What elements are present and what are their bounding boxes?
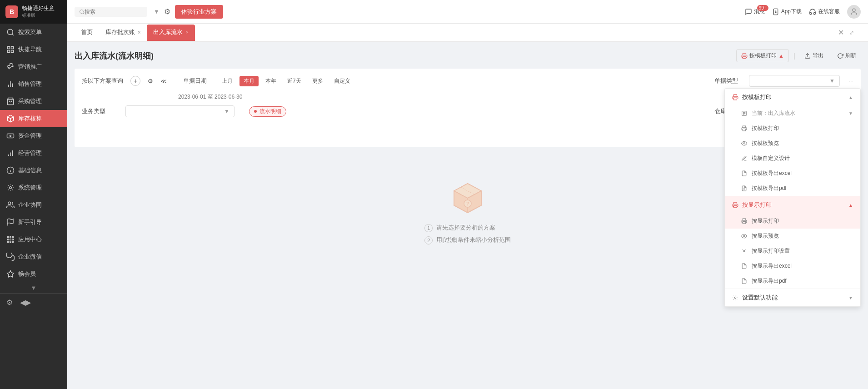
template-preview-item[interactable]: 按模板预览 bbox=[725, 136, 860, 151]
doc-type-select[interactable]: ▼ bbox=[749, 75, 840, 87]
user-avatar[interactable] bbox=[847, 5, 861, 19]
topbar-gear-icon[interactable]: ⚙ bbox=[164, 7, 170, 16]
separator: | bbox=[793, 52, 795, 60]
sidebar-item-sales[interactable]: 销售管理 bbox=[0, 75, 67, 93]
tab-batch-account[interactable]: 库存批次账 × bbox=[99, 25, 147, 41]
search-input[interactable] bbox=[85, 9, 130, 15]
display-preview-item[interactable]: 按显示预览 bbox=[725, 229, 860, 244]
template-customize-label: 模板自定义设计 bbox=[752, 155, 790, 162]
sidebar-bottom: ⚙ ◀▶ bbox=[0, 293, 67, 311]
sidebar-item-app-center[interactable]: 应用中心 bbox=[0, 231, 67, 248]
template-print-header[interactable]: 按模板打印 ▲ bbox=[725, 89, 860, 106]
template-export-excel-label: 按模板导出excel bbox=[752, 170, 792, 177]
display-print-header-label: 按显示打印 bbox=[742, 201, 772, 209]
svg-text:?: ? bbox=[466, 201, 469, 206]
template-export-pdf-item[interactable]: 按模板导出pdf bbox=[725, 181, 860, 196]
apps-icon bbox=[6, 235, 15, 244]
svg-point-48 bbox=[743, 235, 745, 237]
svg-line-1 bbox=[12, 34, 13, 35]
sidebar-item-wechat[interactable]: 企业微信 bbox=[0, 248, 67, 265]
business-type-select[interactable]: ▼ bbox=[125, 105, 234, 117]
date-btn-current-month[interactable]: 本月 bbox=[239, 76, 259, 86]
topbar-search[interactable] bbox=[75, 7, 147, 17]
template-export-excel-item[interactable]: 按模板导出excel bbox=[725, 166, 860, 181]
sidebar-item-finance[interactable]: 资金管理 bbox=[0, 127, 67, 145]
sidebar-item-collab[interactable]: 企业协同 bbox=[0, 196, 67, 214]
messages-btn[interactable]: 消息 99+ bbox=[745, 8, 765, 15]
users-icon bbox=[6, 201, 15, 209]
filter-collapse-icon[interactable]: ≪ bbox=[160, 78, 167, 85]
expand-window-icon[interactable]: ⤢ bbox=[848, 29, 855, 36]
date-btn-last-month[interactable]: 上月 bbox=[218, 76, 237, 86]
empty-illustration: ? bbox=[449, 180, 486, 216]
display-print-header[interactable]: 按显示打印 ▲ bbox=[725, 196, 860, 214]
date-btn-custom[interactable]: 自定义 bbox=[330, 76, 354, 86]
close-window-icon[interactable]: ✕ bbox=[837, 29, 844, 36]
step1-text: 请先选择要分析的方案 bbox=[436, 224, 495, 232]
sidebar-item-system[interactable]: 系统管理 bbox=[0, 179, 67, 196]
svg-point-23 bbox=[10, 236, 11, 238]
display-print-item[interactable]: 按显示打印 bbox=[725, 214, 860, 229]
scroll-down-arrow[interactable]: ▼ bbox=[31, 284, 37, 291]
sidebar-item-search[interactable]: 搜索菜单 bbox=[0, 24, 67, 41]
doc-type-more[interactable]: ··· bbox=[849, 78, 853, 84]
sidebar-item-label: 新手引导 bbox=[18, 218, 42, 226]
customize-icon bbox=[741, 155, 747, 161]
svg-point-27 bbox=[12, 239, 14, 240]
svg-point-12 bbox=[10, 135, 11, 137]
sidebar-item-basic[interactable]: 基础信息 bbox=[0, 162, 67, 179]
display-export-excel-item[interactable]: 按显示导出excel bbox=[725, 259, 860, 274]
app-download-btn[interactable]: App下载 bbox=[772, 8, 802, 15]
template-print-item[interactable]: 按模板打印 bbox=[725, 121, 860, 136]
tab-batch-account-close[interactable]: × bbox=[138, 30, 140, 35]
refresh-btn[interactable]: 刷新 bbox=[833, 50, 861, 62]
sidebar-item-marketing[interactable]: 营销推广 bbox=[0, 58, 67, 75]
svg-point-0 bbox=[7, 29, 13, 35]
svg-point-30 bbox=[12, 241, 14, 243]
sidebar-item-member[interactable]: 畅会员 bbox=[0, 265, 67, 283]
online-service-btn[interactable]: 在线客服 bbox=[809, 8, 840, 15]
default-settings-section: 设置默认功能 ▼ bbox=[725, 289, 860, 306]
industry-btn[interactable]: 体验行业方案 bbox=[175, 5, 223, 19]
display-export-pdf-item[interactable]: 按显示导出pdf bbox=[725, 274, 860, 289]
print-sub-icon bbox=[741, 125, 747, 131]
sidebar-item-label: 系统管理 bbox=[18, 184, 42, 192]
template-print-item-label: 按模板打印 bbox=[752, 125, 779, 132]
chart-icon bbox=[6, 80, 15, 88]
template-customize-item[interactable]: 模板自定义设计 bbox=[725, 151, 860, 166]
tabbar: 首页 库存批次账 × 出入库流水 × ✕ ⤢ bbox=[67, 24, 868, 42]
business-type-chevron: ▼ bbox=[224, 108, 229, 115]
tab-home-label: 首页 bbox=[81, 28, 93, 36]
sidebar-item-operations[interactable]: 经营管理 bbox=[0, 145, 67, 162]
tab-flow[interactable]: 出入库流水 × bbox=[147, 25, 195, 41]
svg-rect-4 bbox=[7, 50, 10, 53]
display-print-settings-item[interactable]: 按显示打印设置 bbox=[725, 244, 860, 259]
search-chevron-icon[interactable]: ▼ bbox=[154, 8, 160, 15]
print-btn[interactable]: 按模板打印 ▲ bbox=[736, 49, 789, 62]
date-btn-current-year[interactable]: 本年 bbox=[261, 76, 280, 86]
tab-home[interactable]: 首页 bbox=[75, 25, 99, 41]
export-btn[interactable]: 导出 bbox=[800, 50, 828, 62]
default-settings-header[interactable]: 设置默认功能 ▼ bbox=[725, 289, 860, 306]
date-btn-more[interactable]: 更多 bbox=[308, 76, 327, 86]
display-settings-icon bbox=[741, 248, 747, 254]
tab-flow-close[interactable]: × bbox=[185, 30, 188, 35]
filter-settings-icon[interactable]: ⚙ bbox=[148, 78, 153, 85]
sidebar-item-guide[interactable]: 新手引导 bbox=[0, 214, 67, 231]
current-template-item[interactable]: 当前：出入库流水 ▼ bbox=[725, 106, 860, 121]
collapse-sidebar-icon[interactable]: ◀▶ bbox=[20, 298, 31, 307]
sidebar-item-quick-nav[interactable]: 快捷导航 bbox=[0, 41, 67, 58]
display-print-icon bbox=[741, 218, 747, 224]
sidebar-item-label: 销售管理 bbox=[18, 80, 42, 88]
date-btn-last-7[interactable]: 近7天 bbox=[283, 76, 305, 86]
window-controls: ✕ ⤢ bbox=[832, 29, 861, 36]
filter-add-btn[interactable]: + bbox=[130, 76, 140, 86]
settings-bottom-icon[interactable]: ⚙ bbox=[6, 298, 13, 307]
sidebar-item-label: 营销推广 bbox=[18, 63, 42, 71]
sidebar-item-inventory[interactable]: 库存核算 bbox=[0, 110, 67, 127]
display-preview-label: 按显示预览 bbox=[752, 232, 779, 240]
svg-rect-2 bbox=[7, 46, 10, 49]
display-print-label: 按显示打印 bbox=[752, 217, 779, 225]
sidebar-item-purchase[interactable]: 采购管理 bbox=[0, 93, 67, 110]
grid-icon bbox=[6, 45, 15, 54]
